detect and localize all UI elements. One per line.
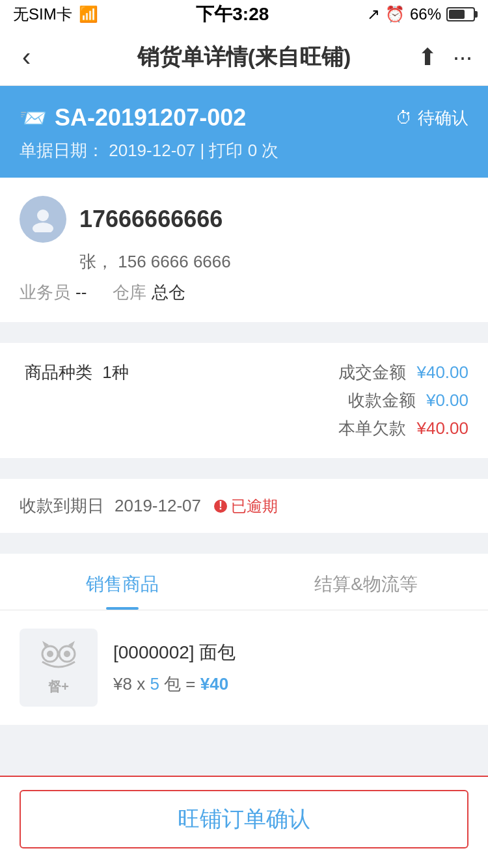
- back-button[interactable]: ‹: [16, 36, 37, 78]
- order-date-value: 2019-12-07: [109, 141, 195, 160]
- svg-point-1: [33, 223, 53, 232]
- product-title: 面包: [199, 642, 236, 662]
- warehouse-label: 仓库: [113, 281, 146, 304]
- tab-settlement-label: 结算&物流等: [314, 574, 418, 594]
- product-total: ¥40: [200, 674, 228, 694]
- status-clock-icon: ⏱: [396, 108, 413, 128]
- tab-sales-label: 销售商品: [86, 574, 159, 594]
- tab-sales-products[interactable]: 销售商品: [0, 554, 244, 610]
- overdue-dot: !: [214, 500, 227, 513]
- status-text: 待确认: [418, 107, 468, 129]
- print-count: 0: [248, 141, 257, 160]
- warehouse-meta: 仓库 总仓: [113, 281, 185, 304]
- divider-3: [0, 543, 488, 554]
- svg-point-4: [47, 651, 53, 657]
- order-id: 📨 SA-20191207-002: [20, 104, 246, 131]
- print-unit: 次: [262, 141, 278, 160]
- order-icon: 📨: [20, 105, 47, 131]
- sales-value: --: [75, 282, 87, 303]
- customer-section: 17666666666 张， 156 6666 6666 业务员 -- 仓库 总…: [0, 178, 488, 322]
- order-id-text: SA-20191207-002: [55, 104, 246, 131]
- customer-phone: 17666666666: [79, 206, 223, 233]
- received-label: 收款金额: [348, 389, 416, 412]
- divider-1: [0, 332, 488, 343]
- sales-meta: 业务员 --: [20, 281, 87, 304]
- svg-point-5: [64, 651, 70, 657]
- nav-bar: ‹ 销货单详情(来自旺铺) ⬆ ···: [0, 29, 488, 86]
- owed-label: 本单欠款: [338, 417, 406, 440]
- avatar: [20, 196, 66, 243]
- due-date-value: 2019-12-07: [115, 496, 201, 516]
- svg-point-0: [37, 210, 49, 221]
- product-type-item: 商品种类 1种: [20, 361, 129, 384]
- order-date-row: 单据日期： 2019-12-07 | 打印 0 次: [20, 139, 468, 162]
- overdue-badge: ! 已逾期: [214, 496, 278, 517]
- brand-plus-text: 督+: [48, 678, 69, 696]
- order-header: 📨 SA-20191207-002 ⏱ 待确认 单据日期： 2019-12-07…: [0, 86, 488, 178]
- order-status: ⏱ 待确认: [396, 107, 468, 129]
- brand-logo-icon: [36, 640, 81, 675]
- customer-info: 张， 156 6666 6666: [79, 251, 468, 273]
- summary-section: 商品种类 1种 成交金额 ¥40.00 收款金额 ¥0.00 本单欠款 ¥40.…: [0, 343, 488, 458]
- product-qty: 5: [150, 674, 159, 694]
- battery-percent: 66%: [410, 5, 441, 23]
- status-left: 无SIM卡 📶: [13, 4, 98, 25]
- summary-right: 成交金额 ¥40.00 收款金额 ¥0.00 本单欠款 ¥40.00: [338, 361, 468, 440]
- price-multiply: x: [137, 674, 150, 694]
- alarm-icon: ⏰: [385, 5, 405, 23]
- nav-actions: ⬆ ···: [418, 44, 472, 71]
- customer-name-text: 张: [79, 252, 96, 271]
- tab-settlement[interactable]: 结算&物流等: [244, 554, 488, 610]
- order-id-row: 📨 SA-20191207-002 ⏱ 待确认: [20, 104, 468, 131]
- confirm-button[interactable]: 旺铺订单确认: [20, 790, 468, 848]
- product-type-label: 商品种类: [25, 362, 92, 382]
- owed-line: 本单欠款 ¥40.00: [338, 417, 468, 440]
- product-thumbnail: 督+: [20, 629, 98, 707]
- page-title: 销货单详情(来自旺铺): [137, 42, 351, 72]
- amount-label: 成交金额: [338, 361, 406, 384]
- location-icon: ↗: [367, 5, 380, 23]
- bottom-bar: 旺铺订单确认: [0, 776, 488, 868]
- share-icon[interactable]: ⬆: [418, 44, 437, 71]
- battery-icon: [446, 7, 475, 21]
- divider-2: [0, 468, 488, 479]
- status-bar: 无SIM卡 📶 下午3:28 ↗ ⏰ 66%: [0, 0, 488, 29]
- status-right: ↗ ⏰ 66%: [367, 5, 475, 23]
- warehouse-value: 总仓: [152, 281, 185, 304]
- product-type-value: 1种: [102, 362, 128, 382]
- tabs-section: 销售商品 结算&物流等: [0, 554, 488, 725]
- time-label: 下午3:28: [196, 2, 269, 27]
- equals-sign: =: [185, 674, 200, 694]
- received-line: 收款金额 ¥0.00: [348, 389, 468, 412]
- amount-line: 成交金额 ¥40.00: [338, 361, 468, 384]
- due-label: 收款到期日: [20, 495, 104, 517]
- sales-label: 业务员: [20, 281, 70, 304]
- print-label: | 打印: [200, 141, 243, 160]
- amount-value: ¥40.00: [416, 362, 468, 383]
- due-section: 收款到期日 2019-12-07 ! 已逾期: [0, 479, 488, 533]
- date-label: 单据日期：: [20, 141, 104, 160]
- owed-value: ¥40.00: [416, 418, 468, 439]
- customer-top: 17666666666: [20, 196, 468, 243]
- product-name: [0000002] 面包: [113, 640, 468, 665]
- product-unit: 包: [164, 674, 181, 694]
- received-value: ¥0.00: [426, 390, 468, 411]
- product-info: [0000002] 面包 ¥8 x 5 包 = ¥40: [113, 640, 468, 696]
- product-price: ¥8 x 5 包 = ¥40: [113, 673, 468, 696]
- price-value: ¥8: [113, 674, 132, 694]
- product-thumb-inner: 督+: [20, 629, 98, 707]
- overdue-text: 已逾期: [231, 496, 278, 517]
- wifi-icon: 📶: [79, 5, 98, 23]
- product-id: [0000002]: [113, 642, 195, 662]
- customer-meta: 业务员 -- 仓库 总仓: [20, 281, 468, 304]
- carrier-label: 无SIM卡: [13, 4, 72, 25]
- summary-row: 商品种类 1种 成交金额 ¥40.00 收款金额 ¥0.00 本单欠款 ¥40.…: [20, 361, 468, 440]
- summary-left: 商品种类 1种: [20, 361, 129, 388]
- more-icon[interactable]: ···: [453, 44, 472, 71]
- tabs-header: 销售商品 结算&物流等: [0, 554, 488, 610]
- product-item: 督+ [0000002] 面包 ¥8 x 5 包 = ¥40: [0, 610, 488, 725]
- customer-alt-phone: 156 6666 6666: [118, 252, 231, 271]
